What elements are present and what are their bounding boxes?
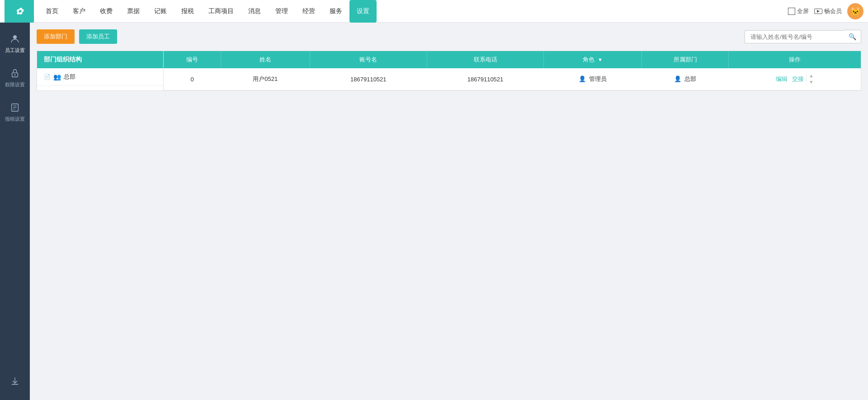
tree-item-label: 总部 xyxy=(64,73,75,81)
search-input[interactable] xyxy=(745,30,844,43)
avatar-icon: 🐱 xyxy=(850,6,860,16)
nav-operation[interactable]: 经营 xyxy=(295,0,322,23)
action-bar: 添加部门 添加员工 🔍 xyxy=(37,29,861,44)
edit-link[interactable]: 编辑 xyxy=(776,75,788,83)
content-area: 添加部门 添加员工 🔍 部门组织结构 📄 👥 总部 xyxy=(30,23,868,400)
user-group-icon: 👥 xyxy=(53,73,61,80)
nav-menu: 首页 客户 收费 票据 记账 报税 工商项目 消息 管理 经营 服务 设置 xyxy=(38,0,788,23)
arrow-down-icon[interactable]: ▼ xyxy=(809,79,813,85)
fullscreen-label: 全屏 xyxy=(797,7,809,15)
nav-billing[interactable]: 收费 xyxy=(93,0,120,23)
sidebar-item-taxsettings[interactable]: 报税设置 xyxy=(0,96,30,128)
cell-account: 18679110521 xyxy=(310,68,427,90)
filter-icon: ▼ xyxy=(598,57,603,62)
fullscreen-button[interactable]: 全屏 xyxy=(788,7,809,15)
vip-label: 畅会员 xyxy=(824,7,842,15)
search-bar: 🔍 xyxy=(745,30,861,43)
col-department: 所属部门 xyxy=(642,51,728,68)
cell-name: 用户0521 xyxy=(221,68,310,90)
nav-accounting[interactable]: 记账 xyxy=(147,0,174,23)
taxsettings-icon xyxy=(9,101,21,114)
col-role[interactable]: 角色 ▼ xyxy=(544,51,642,68)
table-layout: 部门组织结构 📄 👥 总部 编号 姓名 账号名 联系电话 xyxy=(37,51,861,91)
svg-rect-7 xyxy=(12,384,19,385)
nav-invoice[interactable]: 票据 xyxy=(120,0,147,23)
table-header-row: 编号 姓名 账号名 联系电话 角色 ▼ 所属部门 操作 xyxy=(164,51,861,68)
add-employee-button[interactable]: 添加员工 xyxy=(79,29,117,44)
search-button[interactable]: 🔍 xyxy=(844,30,861,43)
main-layout: 员工设置 权限设置 报税设置 xyxy=(0,23,868,400)
data-table: 编号 姓名 账号名 联系电话 角色 ▼ 所属部门 操作 xyxy=(164,51,861,90)
transfer-link[interactable]: 交接 xyxy=(792,75,804,83)
tree-panel: 部门组织结构 📄 👥 总部 xyxy=(37,51,164,90)
download-icon xyxy=(9,375,21,388)
nav-service[interactable]: 服务 xyxy=(322,0,349,23)
user-avatar[interactable]: 🐱 xyxy=(847,3,863,19)
vip-button[interactable]: ▶ 畅会员 xyxy=(814,7,842,15)
col-id: 编号 xyxy=(164,51,221,68)
scroll-arrows: ▲ ▼ xyxy=(806,73,816,85)
role-user-icon: 👤 xyxy=(579,75,586,82)
nav-manage[interactable]: 管理 xyxy=(268,0,295,23)
arrow-up-icon[interactable]: ▲ xyxy=(809,73,813,79)
add-department-button[interactable]: 添加部门 xyxy=(37,29,75,44)
nav-business[interactable]: 工商项目 xyxy=(201,0,241,23)
sidebar-item-permission[interactable]: 权限设置 xyxy=(0,61,30,94)
svg-point-0 xyxy=(13,35,17,39)
dept-label: 总部 xyxy=(684,75,696,82)
nav-right-area: 全屏 ▶ 畅会员 🐱 xyxy=(788,3,863,19)
logo: ✿ xyxy=(5,0,34,23)
dept-user-icon: 👤 xyxy=(674,75,681,82)
col-account: 账号名 xyxy=(310,51,427,68)
col-actions: 操作 xyxy=(729,51,861,68)
cell-id: 0 xyxy=(164,68,221,90)
col-phone: 联系电话 xyxy=(427,51,544,68)
nav-message[interactable]: 消息 xyxy=(241,0,268,23)
col-name: 姓名 xyxy=(221,51,310,68)
role-label: 管理员 xyxy=(589,75,607,82)
cell-department: 👤 总部 xyxy=(642,68,728,90)
nav-home[interactable]: 首页 xyxy=(38,0,66,23)
vip-icon: ▶ xyxy=(814,9,822,14)
sidebar-employee-label: 员工设置 xyxy=(5,47,25,54)
nav-tax[interactable]: 报税 xyxy=(174,0,201,23)
table-row: 0 用户0521 18679110521 18679110521 👤 管理员 👤… xyxy=(164,68,861,90)
sidebar-download-button[interactable] xyxy=(6,370,24,393)
employee-table: 编号 姓名 账号名 联系电话 角色 ▼ 所属部门 操作 xyxy=(164,51,861,90)
tree-header: 部门组织结构 xyxy=(37,51,163,68)
nav-client[interactable]: 客户 xyxy=(66,0,93,23)
nav-settings[interactable]: 设置 xyxy=(349,0,377,23)
cell-role: 👤 管理员 xyxy=(544,68,642,90)
search-icon: 🔍 xyxy=(849,33,856,40)
permission-icon xyxy=(9,67,21,80)
sidebar-permission-label: 权限设置 xyxy=(5,81,25,88)
logo-icon: ✿ xyxy=(15,6,23,17)
file-icon: 📄 xyxy=(44,74,51,80)
fullscreen-icon xyxy=(788,8,795,15)
employee-icon xyxy=(9,33,21,45)
top-navigation: ✿ 首页 客户 收费 票据 记账 报税 工商项目 消息 管理 经营 服务 设置 … xyxy=(0,0,868,23)
sidebar: 员工设置 权限设置 报税设置 xyxy=(0,23,30,400)
cell-phone: 18679110521 xyxy=(427,68,544,90)
sidebar-bottom-area xyxy=(6,370,24,400)
cell-actions: 编辑 交接 ▲ ▼ xyxy=(729,68,861,90)
sidebar-taxsettings-label: 报税设置 xyxy=(5,116,25,122)
svg-point-2 xyxy=(14,74,16,75)
tree-item-headquarters[interactable]: 📄 👥 总部 xyxy=(37,68,163,86)
sidebar-item-employee[interactable]: 员工设置 xyxy=(0,27,30,59)
